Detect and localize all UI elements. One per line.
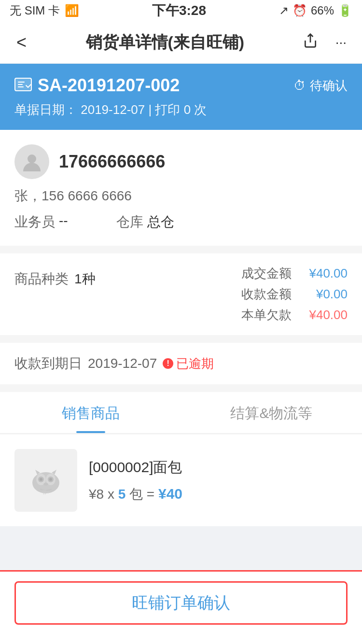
tab-products[interactable]: 销售商品 xyxy=(0,392,181,433)
customer-section: 17666666666 张，156 6666 6666 业务员 -- 仓库 总仓 xyxy=(0,130,362,246)
product-section: 管+ [0000002]面包 ¥8 x 5 包 = ¥40 xyxy=(0,434,362,526)
product-price-formula: ¥8 x 5 包 = ¥40 xyxy=(89,485,348,504)
multiply-sign: x xyxy=(108,487,118,502)
order-date-value: 2019-12-07 xyxy=(81,102,145,117)
received-value: ¥0.00 xyxy=(299,287,348,302)
salesperson-label: 业务员 xyxy=(14,213,55,231)
product-types-value: 1种 xyxy=(74,270,96,288)
overdue-badge: ! 已逾期 xyxy=(163,355,214,372)
payment-due-date: 2019-12-07 xyxy=(88,356,157,371)
total-price: ¥40 xyxy=(158,486,182,502)
owed-label: 本单欠款 xyxy=(241,307,292,323)
svg-rect-0 xyxy=(15,78,31,91)
owed-value: ¥40.00 xyxy=(299,308,348,322)
status-clock-icon: ⏱ xyxy=(293,78,306,93)
nav-actions: ··· xyxy=(299,29,350,56)
location-icon: ↗ xyxy=(279,4,289,17)
product-types-label: 商品种类 xyxy=(14,270,69,288)
avatar xyxy=(14,144,49,179)
summary-left: 商品种类 1种 xyxy=(14,265,96,288)
product-item: 管+ [0000002]面包 ¥8 x 5 包 = ¥40 xyxy=(14,449,348,512)
svg-point-9 xyxy=(43,483,48,486)
svg-point-7 xyxy=(40,478,42,481)
order-print-info: | 打印 0 次 xyxy=(148,102,207,117)
product-name: [0000002]面包 xyxy=(89,458,348,477)
unit-price: ¥8 xyxy=(89,487,104,502)
warehouse-value: 总仓 xyxy=(147,213,174,231)
order-status: ⏱ 待确认 xyxy=(293,77,348,94)
summary-section: 商品种类 1种 成交金额 ¥40.00 收款金额 ¥0.00 本单欠款 ¥40.… xyxy=(0,253,362,335)
svg-point-1 xyxy=(28,154,36,163)
order-date-label: 单据日期： xyxy=(14,102,77,117)
warehouse-label: 仓库 xyxy=(116,213,143,231)
unit: 包 xyxy=(129,487,143,502)
svg-point-8 xyxy=(49,478,52,481)
carrier-label: 无 SIM 卡 xyxy=(10,3,60,18)
nav-bar: < 销货单详情(来自旺铺) ··· xyxy=(0,21,362,64)
payment-due-label: 收款到期日 xyxy=(14,354,82,373)
customer-phone: 17666666666 xyxy=(59,152,165,172)
confirm-button[interactable]: 旺铺订单确认 xyxy=(14,581,348,625)
status-right: ↗ ⏰ 66% 🔋 xyxy=(279,4,352,17)
order-id-text: SA-20191207-002 xyxy=(38,75,180,96)
share-button[interactable] xyxy=(299,29,322,56)
deal-amount-label: 成交金额 xyxy=(241,265,292,282)
bottom-action: 旺铺订单确认 xyxy=(0,570,362,644)
status-text: 待确认 xyxy=(310,77,348,94)
customer-meta: 业务员 -- 仓库 总仓 xyxy=(14,213,348,231)
overdue-icon: ! xyxy=(163,358,173,369)
status-left: 无 SIM 卡 📶 xyxy=(10,3,79,18)
overdue-text: 已逾期 xyxy=(176,355,214,372)
page-title: 销货单详情(来自旺铺) xyxy=(31,31,299,54)
order-icon xyxy=(14,75,32,96)
payment-due-section: 收款到期日 2019-12-07 ! 已逾期 xyxy=(0,343,362,384)
wifi-icon: 📶 xyxy=(65,4,79,17)
quantity: 5 xyxy=(118,487,126,502)
summary-right: 成交金额 ¥40.00 收款金额 ¥0.00 本单欠款 ¥40.00 xyxy=(241,265,348,323)
alarm-icon: ⏰ xyxy=(292,4,307,17)
product-image: 管+ xyxy=(14,449,77,512)
status-time: 下午3:28 xyxy=(152,1,206,20)
order-id: SA-20191207-002 xyxy=(14,75,180,96)
order-date-row: 单据日期： 2019-12-07 | 打印 0 次 xyxy=(14,101,348,118)
svg-text:管+: 管+ xyxy=(42,490,50,495)
battery-icon: 🔋 xyxy=(338,4,352,17)
tabs-bar: 销售商品 结算&物流等 xyxy=(0,392,362,434)
deal-amount-value: ¥40.00 xyxy=(299,266,348,281)
equals-sign: = xyxy=(147,487,158,502)
back-button[interactable]: < xyxy=(12,28,31,57)
order-banner: SA-20191207-002 ⏱ 待确认 单据日期： 2019-12-07 |… xyxy=(0,64,362,130)
battery-label: 66% xyxy=(311,4,334,17)
tab-settlement[interactable]: 结算&物流等 xyxy=(181,392,362,433)
tabs-section: 销售商品 结算&物流等 xyxy=(0,392,362,434)
salesperson-value: -- xyxy=(59,213,68,231)
product-info: [0000002]面包 ¥8 x 5 包 = ¥40 xyxy=(89,458,348,504)
customer-name: 张，156 6666 6666 xyxy=(14,187,348,205)
status-bar: 无 SIM 卡 📶 下午3:28 ↗ ⏰ 66% 🔋 xyxy=(0,0,362,21)
received-label: 收款金额 xyxy=(241,286,292,303)
more-button[interactable]: ··· xyxy=(332,31,350,54)
